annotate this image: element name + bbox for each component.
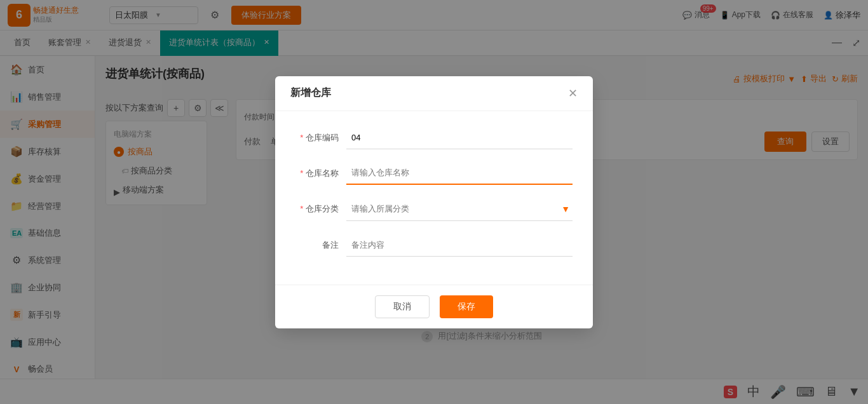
- warehouse-code-row: 仓库编码: [295, 126, 573, 149]
- cancel-button[interactable]: 取消: [375, 295, 430, 318]
- name-label: 仓库名称: [295, 168, 346, 179]
- warehouse-name-input[interactable]: [346, 162, 573, 185]
- modal-close-button[interactable]: ✕: [568, 86, 578, 100]
- code-label: 仓库编码: [295, 132, 346, 144]
- remark-input[interactable]: [346, 234, 573, 257]
- modal-body: 仓库编码 仓库名称 仓库分类 ▼ 备注: [275, 111, 593, 285]
- category-select-wrapper: ▼: [346, 198, 573, 221]
- category-label: 仓库分类: [295, 203, 346, 215]
- remark-label: 备注: [295, 239, 346, 251]
- warehouse-code-input[interactable]: [346, 126, 573, 149]
- modal-overlay: 新增仓库 ✕ 仓库编码 仓库名称 仓库分类 ▼: [0, 0, 868, 404]
- warehouse-remark-row: 备注: [295, 234, 573, 257]
- modal-header: 新增仓库 ✕: [275, 76, 593, 111]
- warehouse-name-row: 仓库名称: [295, 162, 573, 185]
- save-button[interactable]: 保存: [440, 295, 493, 318]
- category-dropdown-arrow[interactable]: ▼: [561, 204, 573, 214]
- add-warehouse-modal: 新增仓库 ✕ 仓库编码 仓库名称 仓库分类 ▼: [275, 76, 593, 328]
- warehouse-category-row: 仓库分类 ▼: [295, 198, 573, 221]
- modal-footer: 取消 保存: [275, 285, 593, 328]
- modal-title: 新增仓库: [290, 86, 331, 100]
- category-input[interactable]: [346, 198, 561, 220]
